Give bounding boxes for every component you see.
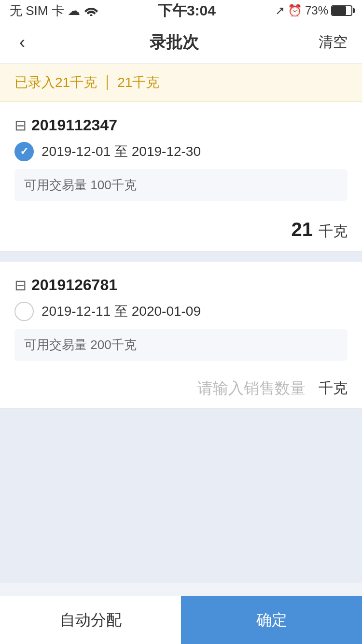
batch-1-available: 可用交易量 100千克 <box>14 169 348 201</box>
info-banner: 已录入21千克 21千克 <box>0 64 362 102</box>
batch-card-1: ⊟ 2019112347 2019-12-01 至 2019-12-30 可用交… <box>0 102 362 252</box>
auto-distribute-button[interactable]: 自动分配 <box>0 596 181 644</box>
batch-1-id: 2019112347 <box>31 116 117 134</box>
confirm-button[interactable]: 确定 <box>181 596 362 644</box>
nav-bar: ‹ 录批次 清空 <box>0 21 362 64</box>
battery-fill <box>332 6 346 15</box>
bottom-bar: 自动分配 确定 <box>0 596 362 644</box>
batch-item-1: ⊟ 2019112347 2019-12-01 至 2019-12-30 可用交… <box>0 102 362 201</box>
batch-2-input-row: 千克 <box>0 371 362 409</box>
clear-button[interactable]: 清空 <box>319 32 348 52</box>
recorded-amount: 已录入21千克 <box>14 73 97 92</box>
batch-1-header: ⊟ 2019112347 <box>14 116 348 134</box>
batch-2-available: 可用交易量 200千克 <box>14 329 348 361</box>
batch-2-unit: 千克 <box>319 378 348 398</box>
status-bar: 无 SIM 卡 ☁ 下午3:04 ↗ ⏰ 73% <box>0 0 362 21</box>
batch-2-id-icon: ⊟ <box>14 277 27 294</box>
status-right: ↗ ⏰ 73% <box>275 4 352 17</box>
svg-point-0 <box>90 14 92 16</box>
wifi-icon <box>84 5 98 16</box>
status-left: 无 SIM 卡 ☁ <box>10 2 98 19</box>
empty-area <box>0 409 362 583</box>
batch-1-id-icon: ⊟ <box>14 117 27 134</box>
batch-1-date-row: 2019-12-01 至 2019-12-30 <box>14 142 348 161</box>
batch-2-radio[interactable] <box>14 302 34 321</box>
battery-icon <box>331 5 352 16</box>
batch-2-header: ⊟ 2019126781 <box>14 276 348 294</box>
batch-1-amount-row: 21 千克 <box>0 211 362 252</box>
batch-1-unit: 千克 <box>319 222 348 241</box>
quantity-input[interactable] <box>120 379 313 397</box>
sim-status: 无 SIM 卡 ☁ <box>10 2 80 19</box>
location-icon: ↗ <box>275 4 285 17</box>
page-title: 录批次 <box>150 31 199 54</box>
batch-1-date: 2019-12-01 至 2019-12-30 <box>42 142 201 161</box>
batch-2-date: 2019-12-11 至 2020-01-09 <box>42 302 201 321</box>
back-button[interactable]: ‹ <box>14 28 30 57</box>
total-amount: 21千克 <box>117 73 159 92</box>
batch-2-id: 2019126781 <box>31 276 117 294</box>
section-divider <box>0 252 362 262</box>
batch-card-2: ⊟ 2019126781 2019-12-11 至 2020-01-09 可用交… <box>0 262 362 409</box>
batch-1-amount: 21 <box>292 219 313 240</box>
alarm-icon: ⏰ <box>288 4 302 17</box>
batch-1-radio[interactable] <box>14 142 34 161</box>
batch-item-2: ⊟ 2019126781 2019-12-11 至 2020-01-09 可用交… <box>0 262 362 361</box>
status-time: 下午3:04 <box>158 1 216 21</box>
batch-2-date-row: 2019-12-11 至 2020-01-09 <box>14 302 348 321</box>
banner-divider <box>107 75 108 90</box>
battery-percent: 73% <box>305 4 328 17</box>
